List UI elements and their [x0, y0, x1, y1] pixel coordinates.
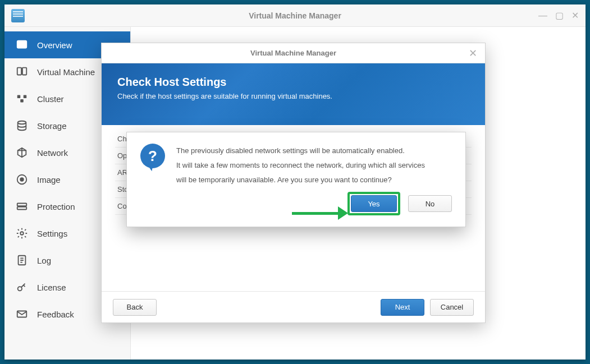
sidebar-item-label: License [37, 283, 66, 292]
sidebar-item-label: Virtual Machine [37, 67, 95, 77]
next-button[interactable]: Next [381, 299, 424, 316]
confirm-line: will be temporarily unavailable. Are you… [176, 173, 425, 187]
protection-icon [16, 200, 28, 213]
gear-icon [16, 227, 28, 239]
svg-rect-5 [24, 95, 27, 99]
svg-point-9 [20, 178, 24, 181]
svg-rect-4 [17, 95, 21, 99]
sidebar-item-label: Network [37, 148, 68, 158]
yes-highlight: Yes [347, 192, 400, 215]
image-icon [16, 173, 28, 186]
yes-button[interactable]: Yes [351, 195, 397, 212]
log-icon [16, 254, 28, 266]
svg-rect-6 [20, 99, 24, 103]
question-icon: ? [140, 144, 165, 168]
cluster-icon [16, 93, 28, 105]
wizard-title: Virtual Machine Manager [250, 49, 336, 57]
wizard-heading: Check Host Settings [117, 76, 469, 89]
sidebar-item-label: Overview [37, 40, 72, 50]
sidebar-item-label: Storage [37, 121, 67, 131]
svg-point-12 [20, 232, 24, 235]
sidebar-item-label: Feedback [37, 310, 74, 319]
svg-point-1 [19, 43, 21, 45]
svg-rect-2 [17, 68, 21, 75]
svg-point-7 [18, 121, 26, 125]
sidebar-item-label: Settings [37, 229, 67, 238]
key-icon [16, 281, 28, 293]
vm-icon [16, 66, 28, 78]
svg-rect-11 [17, 207, 27, 210]
network-icon [16, 146, 28, 159]
svg-rect-3 [22, 68, 26, 75]
wizard-subheading: Check if the host settings are suitable … [117, 92, 469, 100]
envelope-icon [16, 308, 28, 320]
svg-point-14 [18, 287, 22, 291]
wizard-close-icon[interactable]: ✕ [469, 47, 477, 59]
overview-icon [16, 39, 28, 51]
no-button[interactable]: No [408, 195, 452, 212]
sidebar-item-label: Log [37, 256, 51, 265]
back-button[interactable]: Back [113, 299, 157, 316]
wizard-banner: Check Host Settings Check if the host se… [102, 63, 485, 125]
wizard-footer: Back Next Cancel [102, 291, 485, 322]
confirm-line: It will take a few moments to reconnect … [176, 158, 425, 173]
confirm-message: The previously disabled network settings… [176, 144, 425, 192]
wizard-header: Virtual Machine Manager ✕ [102, 43, 485, 63]
sidebar-item-label: Image [37, 175, 61, 185]
cancel-button[interactable]: Cancel [430, 299, 474, 316]
svg-rect-10 [17, 204, 27, 206]
titlebar: Virtual Machine Manager — ▢ ✕ [4, 4, 586, 27]
confirm-line: The previously disabled network settings… [176, 144, 425, 158]
storage-icon [16, 119, 28, 132]
window-title: Virtual Machine Manager [4, 11, 586, 20]
sidebar-item-label: Protection [37, 202, 75, 211]
sidebar-item-label: Cluster [37, 94, 64, 104]
annotation-arrow [292, 208, 348, 219]
